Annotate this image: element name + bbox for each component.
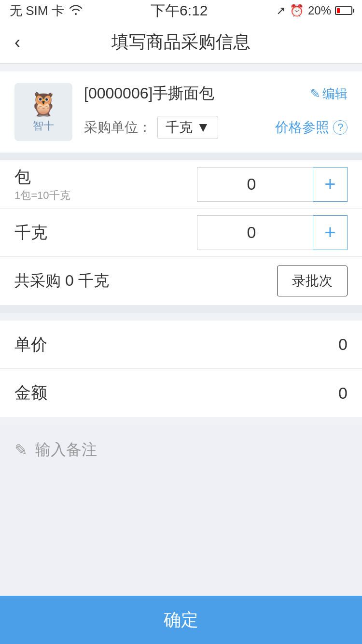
kg-label: 千克 [14,222,47,244]
kg-quantity-input[interactable] [197,215,313,250]
kg-input-controls: + [197,215,348,250]
notes-section[interactable]: ✎ 输入备注 [0,425,362,475]
edit-button[interactable]: ✎ 编辑 [310,85,348,102]
unit-price-label: 单价 [14,334,47,356]
section-divider-1 [0,153,362,160]
battery-percent: 20% [308,4,331,17]
status-bar: 无 SIM 卡 下午6:12 ↗ ⏰ 20% [0,0,362,21]
nav-bar: ‹ 填写商品采购信息 [0,21,362,64]
edit-icon: ✎ [310,86,320,101]
status-right: ↗ ⏰ 20% [276,4,352,17]
brand-text: 智十 [33,119,54,133]
kg-plus-button[interactable]: + [313,215,348,250]
help-icon: ? [333,120,348,135]
kg-label-group: 千克 [14,222,47,244]
bag-quantity-input[interactable] [197,167,313,202]
unit-dropdown-icon: ▼ [196,120,210,135]
quantity-section: 包 1包=10千克 + 千克 + [0,160,362,257]
amount-value: 0 [338,384,348,403]
confirm-label: 确定 [164,608,198,632]
carrier-text: 无 SIM 卡 [10,2,64,19]
notes-placeholder: 输入备注 [35,439,97,461]
price-ref-label: 价格参照 [275,118,329,137]
status-time: 下午6:12 [151,1,208,21]
batch-button[interactable]: 录批次 [277,266,348,296]
product-id: [0000006] [84,84,153,102]
unit-label: 采购单位： [84,118,152,137]
bag-input-row: 包 1包=10千克 + [0,160,362,209]
product-title: 手撕面包 [153,84,214,102]
bag-input-controls: + [197,167,348,202]
confirm-button[interactable]: 确定 [0,596,362,644]
bag-label: 包 [14,166,70,188]
kg-input-row: 千克 + [0,209,362,257]
edit-label: 编辑 [322,85,348,102]
product-card: 🦉 智十 [0000006]手撕面包 ✎ 编辑 采购单位： 千克 ▼ [0,71,362,153]
wifi-icon [69,3,83,18]
product-info: [0000006]手撕面包 ✎ 编辑 采购单位： 千克 ▼ 价格参照 ? [84,83,348,139]
back-button[interactable]: ‹ [14,32,20,53]
unit-price-value: 0 [338,335,348,354]
notes-icon: ✎ [14,441,28,459]
unit-select[interactable]: 千克 ▼ [157,116,218,139]
amount-row: 金额 0 [0,369,362,417]
product-image: 🦉 智十 [14,83,72,141]
bag-label-group: 包 1包=10千克 [14,166,70,203]
price-reference-button[interactable]: 价格参照 ? [275,118,348,137]
bag-sub-label: 1包=10千克 [14,188,70,203]
unit-value: 千克 [166,118,193,137]
product-logo-icon: 🦉 [29,91,58,118]
product-name: [0000006]手撕面包 [84,83,214,104]
purchase-unit-row: 采购单位： 千克 ▼ 价格参照 ? [84,116,348,139]
summary-section: 共采购 0 千克 录批次 [0,257,362,305]
section-divider-2 [0,305,362,313]
summary-text: 共采购 0 千克 [14,270,109,292]
battery-icon [335,6,352,15]
product-name-row: [0000006]手撕面包 ✎ 编辑 [84,83,348,104]
price-section: 单价 0 金额 0 [0,321,362,417]
alarm-icon: ⏰ [290,4,304,17]
amount-label: 金额 [14,382,47,404]
summary-row: 共采购 0 千克 录批次 [0,257,362,305]
bag-plus-button[interactable]: + [313,167,348,202]
page-title: 填写商品采购信息 [111,30,251,54]
location-icon: ↗ [276,4,286,17]
unit-price-row: 单价 0 [0,321,362,369]
status-left: 无 SIM 卡 [10,2,83,19]
